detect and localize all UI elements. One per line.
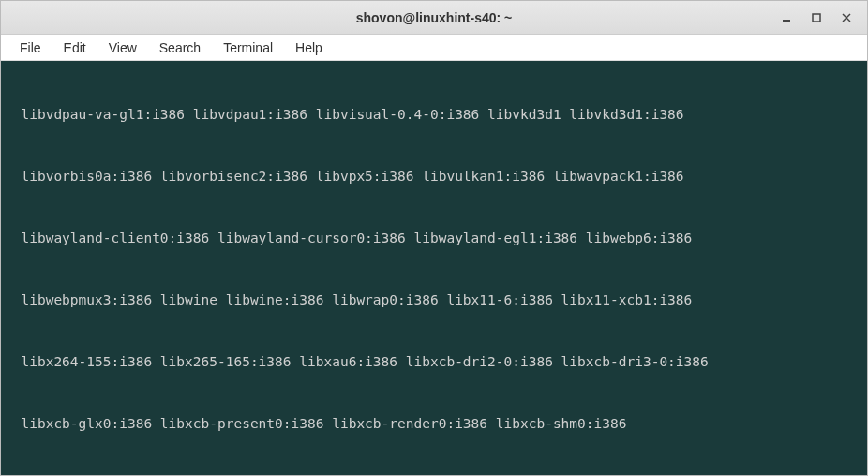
svg-rect-1 [813, 14, 820, 22]
svg-rect-0 [783, 20, 790, 22]
terminal-output[interactable]: libvdpau-va-gl1:i386 libvdpau1:i386 libv… [1, 61, 867, 475]
terminal-line: libwayland-client0:i386 libwayland-curso… [5, 228, 863, 248]
minimize-button[interactable] [771, 7, 801, 29]
terminal-line: libvorbis0a:i386 libvorbisenc2:i386 libv… [5, 166, 863, 186]
terminal-line: libx264-155:i386 libx265-165:i386 libxau… [5, 351, 863, 372]
menu-view[interactable]: View [97, 37, 148, 59]
window-title: shovon@linuxhint-s40: ~ [97, 10, 771, 25]
menu-file[interactable]: File [8, 37, 52, 59]
terminal-line: libvdpau-va-gl1:i386 libvdpau1:i386 libv… [5, 104, 863, 125]
menu-help[interactable]: Help [284, 37, 334, 59]
menubar: File Edit View Search Terminal Help [1, 35, 867, 61]
close-icon [842, 13, 851, 22]
minimize-icon [782, 13, 791, 22]
terminal-line: libxcb-glx0:i386 libxcb-present0:i386 li… [5, 413, 863, 434]
menu-edit[interactable]: Edit [52, 37, 97, 59]
window-controls [771, 7, 861, 29]
close-button[interactable] [831, 7, 861, 29]
menu-terminal[interactable]: Terminal [212, 37, 284, 59]
terminal-line: libwebpmux3:i386 libwine libwine:i386 li… [5, 290, 863, 310]
maximize-icon [812, 13, 821, 22]
terminal-window: shovon@linuxhint-s40: ~ File Edit View S… [0, 0, 868, 476]
maximize-button[interactable] [801, 7, 831, 29]
titlebar: shovon@linuxhint-s40: ~ [1, 1, 867, 35]
menu-search[interactable]: Search [148, 37, 212, 59]
